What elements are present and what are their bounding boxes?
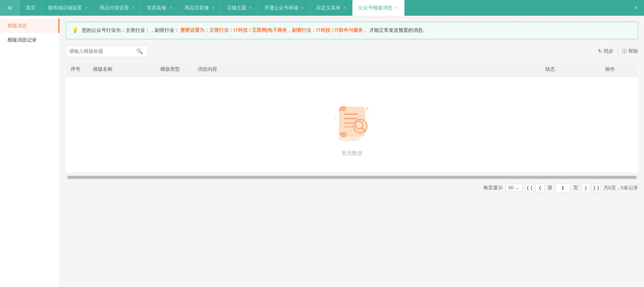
notice-highlight: 需要设置为：主营行业：IT科技 / 互联网|电子商务，副营行业：IT科技 / I… <box>180 27 368 33</box>
tab-custom-menu[interactable]: 自定义菜单× <box>310 0 352 16</box>
empty-text: 暂无数据 <box>342 150 363 157</box>
empty-illustration <box>330 99 375 144</box>
tab-shop-theme[interactable]: 店铺主题× <box>221 0 258 16</box>
tab-label-template-msg: 公众号模版消息 <box>358 4 392 11</box>
sidebar-item-template-msg[interactable]: 模版消息 <box>0 19 59 33</box>
tab-close-product-decor[interactable]: × <box>212 5 215 10</box>
sidebar: 模版消息模版消息记录 <box>0 16 60 287</box>
tabs-container: 首页微商城店铺设置×商品分类设置×首页装修×商品页装修×店铺主题×开通公众号商城… <box>20 0 628 16</box>
col-header-name: 模版名称 <box>89 62 156 76</box>
help-label: 帮助 <box>628 48 638 55</box>
tab-bar: Ai 首页微商城店铺设置×商品分类设置×首页装修×商品页装修×店铺主题×开通公众… <box>0 0 644 16</box>
table-body: 暂无数据 <box>66 76 638 172</box>
svg-point-8 <box>357 122 359 125</box>
tab-label-shop-theme: 店铺主题 <box>227 4 246 11</box>
page-unit: 页 <box>573 184 578 191</box>
next-page-button[interactable]: ❭ <box>581 183 590 192</box>
sidebar-item-template-msg-log[interactable]: 模版消息记录 <box>0 33 59 47</box>
notice-suffix: 才能正常发送预置的消息。 <box>369 27 428 33</box>
empty-state: 暂无数据 <box>66 77 638 172</box>
sync-icon: ↻ <box>598 48 602 54</box>
tab-open-mall[interactable]: 开通公众号商城× <box>258 0 310 16</box>
tab-label-shop-settings: 微商城店铺设置 <box>48 4 82 11</box>
tab-template-msg[interactable]: 公众号模版消息× <box>352 0 404 16</box>
tab-close-product-category[interactable]: × <box>132 5 135 10</box>
prev-page-button[interactable]: ❬ <box>536 183 545 192</box>
sidebar-label-template-msg: 模版消息 <box>7 22 27 29</box>
tab-close-custom-menu[interactable]: × <box>343 5 346 10</box>
svg-point-9 <box>366 107 368 110</box>
page-size-select[interactable]: 50 ⌄ <box>506 184 522 192</box>
toolbar-right: ↻ 同步 | ⓘ 帮助 <box>598 48 638 55</box>
tab-label-product-decor: 商品页装修 <box>185 4 209 11</box>
tab-close-template-msg[interactable]: × <box>395 5 398 10</box>
table-header: 序号模版名称模版类型消息内容状态操作 <box>66 62 638 76</box>
search-icon[interactable]: 🔍 <box>136 48 143 54</box>
svg-point-10 <box>369 112 371 113</box>
search-row: 🔍 ↻ 同步 | ⓘ 帮助 <box>66 45 638 57</box>
sidebar-items: 模版消息模版消息记录 <box>0 19 59 47</box>
page-label: 第 <box>548 184 552 191</box>
logo-text: Ai <box>7 5 12 11</box>
pagination-row: 每页显示 50 ⌄ ❬❬ ❬ 第 页 ❭ ❭❭ 共0页，0条记录 <box>66 183 638 192</box>
tab-close-home-decor[interactable]: × <box>169 5 172 10</box>
tab-home-decor[interactable]: 首页装修× <box>141 0 178 16</box>
col-header-status: 状态 <box>541 62 601 76</box>
tab-home[interactable]: 首页 <box>20 0 42 16</box>
data-table: 序号模版名称模版类型消息内容状态操作 <box>66 62 638 172</box>
tab-product-category[interactable]: 商品分类设置× <box>94 0 141 16</box>
tab-close-open-mall[interactable]: × <box>301 5 304 10</box>
app-logo: Ai <box>0 0 20 16</box>
help-button[interactable]: ⓘ 帮助 <box>622 48 638 55</box>
tab-product-decor[interactable]: 商品页装修× <box>179 0 221 16</box>
col-header-seq: 序号 <box>66 62 89 76</box>
col-header-content: 消息内容 <box>193 62 541 76</box>
scrollbar-thumb[interactable] <box>67 176 637 179</box>
notice-icon: 💡 <box>72 27 78 33</box>
tab-label-open-mall: 开通公众号商城 <box>264 4 298 11</box>
search-input[interactable] <box>69 48 136 54</box>
main-layout: 模版消息模版消息记录 💡 您的公众号行业为：主营行业：，副营行业： 需要设置为：… <box>0 16 644 287</box>
empty-row: 暂无数据 <box>66 76 638 172</box>
notice-prefix: 您的公众号行业为：主营行业：，副营行业： <box>82 27 179 33</box>
global-close-button[interactable]: × <box>629 4 644 11</box>
col-header-type: 模版类型 <box>156 62 193 76</box>
tab-label-home: 首页 <box>26 4 36 11</box>
page-nav: ❬❬ ❬ 第 页 ❭ ❭❭ <box>525 183 601 192</box>
table-header-row: 序号模版名称模版类型消息内容状态操作 <box>66 62 638 76</box>
notice-box: 💡 您的公众号行业为：主营行业：，副营行业： 需要设置为：主营行业：IT科技 /… <box>66 22 638 39</box>
help-icon: ⓘ <box>622 48 627 55</box>
page-size-value: 50 <box>508 185 514 190</box>
tab-shop-settings[interactable]: 微商城店铺设置× <box>42 0 94 16</box>
tab-label-custom-menu: 自定义菜单 <box>316 4 341 11</box>
last-page-button[interactable]: ❭❭ <box>592 183 601 192</box>
col-header-action: 操作 <box>601 62 638 76</box>
search-input-wrap[interactable]: 🔍 <box>66 45 148 57</box>
page-size-chevron: ⌄ <box>515 185 520 190</box>
tab-close-shop-theme[interactable]: × <box>249 5 252 10</box>
page-input[interactable] <box>555 183 570 192</box>
horizontal-scrollbar[interactable] <box>66 175 638 180</box>
content-area: 💡 您的公众号行业为：主营行业：，副营行业： 需要设置为：主营行业：IT科技 /… <box>60 16 644 287</box>
sidebar-label-template-msg-log: 模版消息记录 <box>7 37 37 43</box>
sync-button[interactable]: ↻ 同步 <box>598 48 613 55</box>
tab-close-shop-settings[interactable]: × <box>85 5 87 10</box>
toolbar-divider: | <box>617 48 618 54</box>
tab-label-home-decor: 首页装修 <box>147 4 166 11</box>
sync-label: 同步 <box>604 48 613 55</box>
tab-label-product-category: 商品分类设置 <box>100 4 129 11</box>
page-size-label: 每页显示 <box>483 184 503 191</box>
total-info: 共0页，0条记录 <box>604 184 638 191</box>
first-page-button[interactable]: ❬❬ <box>525 183 534 192</box>
svg-point-11 <box>335 117 336 119</box>
